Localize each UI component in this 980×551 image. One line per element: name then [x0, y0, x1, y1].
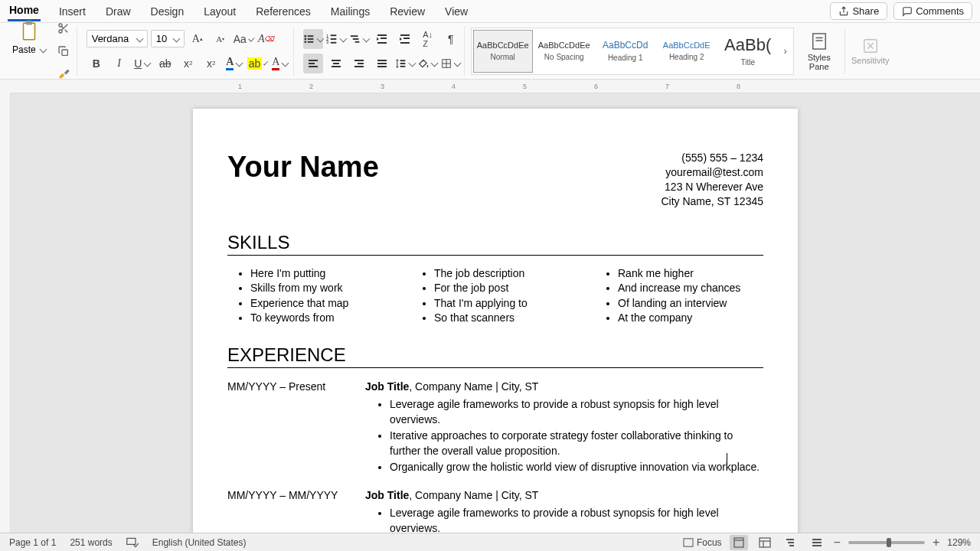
- tab-layout[interactable]: Layout: [202, 2, 237, 21]
- svg-point-5: [304, 34, 306, 37]
- bold-button[interactable]: B: [87, 54, 106, 73]
- style-heading1[interactable]: AaBbCcDdHeading 1: [596, 30, 655, 73]
- svg-rect-17: [351, 35, 358, 37]
- strikethrough-button[interactable]: ab: [155, 54, 175, 73]
- comments-button[interactable]: Comments: [893, 2, 972, 20]
- outdent-icon: [376, 33, 388, 45]
- zoom-in-button[interactable]: +: [933, 536, 939, 549]
- job-entry[interactable]: MM/YYYY – Present Job Title, Company Nam…: [227, 380, 763, 477]
- multilevel-button[interactable]: [349, 29, 369, 49]
- brush-icon: [57, 68, 70, 80]
- font-color2-button[interactable]: A: [270, 54, 290, 73]
- indent-increase-button[interactable]: [395, 29, 415, 49]
- svg-rect-12: [330, 34, 336, 36]
- align-center-button[interactable]: [326, 54, 346, 73]
- svg-rect-26: [309, 60, 318, 61]
- borders-button[interactable]: [441, 54, 461, 73]
- highlight-button[interactable]: ab: [247, 54, 267, 73]
- align-left-button[interactable]: [303, 54, 323, 73]
- styles-gallery[interactable]: AaBbCcDdEeNormal AaBbCcDdEeNo Spacing Aa…: [471, 28, 794, 75]
- print-layout-view[interactable]: [730, 535, 748, 550]
- outline-view[interactable]: [782, 535, 800, 550]
- styles-more-button[interactable]: ›: [779, 30, 792, 73]
- style-heading2[interactable]: AaBbCcDdEHeading 2: [657, 30, 717, 73]
- tab-design[interactable]: Design: [149, 2, 186, 21]
- font-color-button[interactable]: A: [224, 54, 244, 73]
- numbering-button[interactable]: 123: [326, 29, 346, 49]
- justify-button[interactable]: [372, 54, 392, 73]
- font-name-select[interactable]: Verdana: [87, 30, 148, 47]
- text-cursor: [727, 453, 727, 466]
- underline-button[interactable]: U: [132, 54, 152, 73]
- job-entry[interactable]: MM/YYYY – MM/YYYY Job Title, Company Nam…: [227, 489, 763, 533]
- change-case-button[interactable]: Aa: [234, 29, 253, 49]
- borders-icon: [441, 58, 452, 69]
- word-count[interactable]: 251 words: [70, 537, 112, 548]
- horizontal-ruler[interactable]: 12345678: [11, 80, 980, 93]
- tab-draw[interactable]: Draw: [104, 2, 132, 21]
- resume-name[interactable]: Your Name: [227, 151, 379, 184]
- copy-button[interactable]: [54, 41, 74, 61]
- subscript-button[interactable]: x2: [178, 54, 198, 73]
- italic-button[interactable]: I: [109, 54, 129, 73]
- language-status[interactable]: English (United States): [152, 537, 247, 548]
- svg-rect-39: [400, 60, 405, 61]
- svg-rect-24: [403, 37, 410, 39]
- spell-check-icon[interactable]: [126, 537, 139, 548]
- experience-heading[interactable]: EXPERIENCE: [227, 344, 763, 368]
- svg-rect-10: [307, 41, 313, 42]
- draft-view[interactable]: [808, 535, 826, 550]
- focus-button[interactable]: Focus: [683, 537, 722, 548]
- svg-rect-37: [377, 66, 387, 67]
- paste-button[interactable]: Paste: [9, 18, 49, 57]
- page-count[interactable]: Page 1 of 1: [9, 537, 56, 548]
- superscript-button[interactable]: x2: [201, 54, 221, 73]
- svg-rect-30: [333, 63, 339, 64]
- svg-rect-21: [381, 37, 387, 39]
- show-marks-button[interactable]: ¶: [441, 29, 461, 49]
- indent-decrease-button[interactable]: [372, 29, 392, 49]
- bullets-button[interactable]: [303, 29, 323, 49]
- svg-rect-57: [788, 542, 794, 543]
- cut-button[interactable]: [54, 18, 74, 38]
- align-right-button[interactable]: [349, 54, 369, 73]
- tab-references[interactable]: References: [254, 2, 312, 21]
- tab-view[interactable]: View: [443, 2, 469, 21]
- clear-format-button[interactable]: A⌫: [256, 29, 276, 49]
- font-size-select[interactable]: 10: [151, 30, 185, 47]
- sensitivity-button[interactable]: Sensitivity: [851, 28, 890, 75]
- zoom-level[interactable]: 129%: [947, 537, 971, 548]
- svg-rect-50: [684, 538, 693, 546]
- svg-rect-27: [309, 63, 315, 64]
- vertical-ruler[interactable]: [0, 93, 11, 533]
- svg-rect-25: [400, 42, 410, 44]
- zoom-out-button[interactable]: −: [834, 536, 841, 549]
- style-title[interactable]: AaBb(Title: [718, 30, 778, 73]
- document-page[interactable]: Your Name (555) 555 – 1234youremail@test…: [193, 109, 798, 533]
- svg-rect-6: [307, 35, 313, 37]
- share-button[interactable]: Share: [830, 2, 887, 20]
- style-nospacing[interactable]: AaBbCcDdEeNo Spacing: [534, 30, 594, 73]
- svg-rect-53: [760, 538, 770, 547]
- skills-heading[interactable]: SKILLS: [227, 232, 763, 256]
- svg-rect-19: [354, 41, 359, 42]
- align-right-icon: [353, 57, 365, 70]
- style-normal[interactable]: AaBbCcDdEeNormal: [473, 30, 533, 73]
- skills-columns[interactable]: Here I'm puttingSkills from my workExper…: [227, 266, 763, 326]
- line-spacing-button[interactable]: [395, 54, 415, 73]
- contact-block[interactable]: (555) 555 – 1234youremail@test.com123 N …: [661, 151, 763, 209]
- grow-font-button[interactable]: A▴: [188, 29, 207, 49]
- sort-button[interactable]: A↓Z: [418, 29, 438, 49]
- zoom-slider[interactable]: [848, 541, 925, 544]
- styles-pane-button[interactable]: Styles Pane: [800, 28, 838, 75]
- document-canvas[interactable]: Your Name (555) 555 – 1234youremail@test…: [11, 93, 980, 533]
- tab-review[interactable]: Review: [388, 2, 426, 21]
- svg-rect-20: [377, 34, 387, 36]
- shading-button[interactable]: [418, 54, 438, 73]
- tab-mailings[interactable]: Mailings: [329, 2, 371, 21]
- web-layout-view[interactable]: [756, 535, 774, 550]
- share-icon: [838, 6, 849, 17]
- svg-rect-8: [307, 38, 313, 40]
- focus-icon: [683, 538, 694, 547]
- shrink-font-button[interactable]: A▾: [211, 29, 230, 49]
